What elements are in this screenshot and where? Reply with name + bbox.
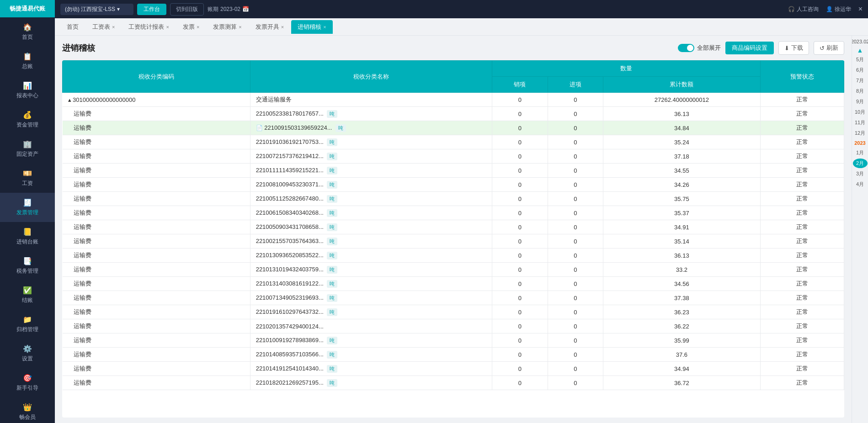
sidebar-item-salary[interactable]: 💴 工资 [0, 164, 55, 193]
table-row[interactable]: 运输费 2210182021269257195... 吨 0 0 36.72 正… [63, 376, 844, 390]
archive-icon: 📁 [23, 315, 32, 324]
table-row[interactable]: 运输费 2210071349052319693... 吨 0 0 37.38 正… [63, 291, 844, 305]
switch-version-btn[interactable]: 切到旧版 [170, 3, 204, 16]
table-row[interactable]: 运输费 2210141912541014340... 吨 0 0 34.94 正… [63, 362, 844, 376]
page-actions: 全部展开 商品编码设置 ⬇ 下载 ↺ 刷新 [678, 41, 844, 55]
panel-month-10[interactable]: 10月 [853, 107, 868, 117]
tab-close-icon[interactable]: × [239, 24, 241, 30]
sidebar-item-report[interactable]: 📊 报表中心 [0, 76, 55, 105]
scroll-up-btn[interactable]: ▲ [857, 47, 863, 54]
panel-month-1[interactable]: 1月 [853, 148, 868, 158]
sidebar-item-home[interactable]: 🏠 首页 [0, 17, 55, 47]
sidebar-item-sales-ledger[interactable]: 📒 进销台账 [0, 222, 55, 251]
calendar-icon[interactable]: 📅 [242, 6, 249, 12]
unit-badge: 吨 [327, 252, 337, 259]
refresh-btn[interactable]: ↺ 刷新 [814, 41, 844, 55]
table-row[interactable]: 运输费 2210021557035764363... 吨 0 0 35.14 正… [63, 234, 844, 249]
tab-close-icon[interactable]: × [166, 24, 169, 30]
support-btn[interactable]: 🎧 人工咨询 [788, 5, 819, 13]
row-sales: 0 [492, 277, 548, 291]
table-row[interactable]: 运输费 2210050903431708658... 吨 0 0 34.91 正… [63, 220, 844, 234]
table-row[interactable]: 运输费 📄 2210091503139659224... 吨 0 0 34.84… [63, 121, 844, 135]
unit-badge: 吨 [327, 238, 337, 245]
sidebar-item-invoice[interactable]: 🧾 发票管理 [0, 193, 55, 222]
table-row[interactable]: 运输费 2210130936520853522... 吨 0 0 36.13 正… [63, 249, 844, 263]
sidebar-item-tax[interactable]: 📑 税务管理 [0, 251, 55, 280]
sidebar-item-assets[interactable]: 🏢 固定资产 [0, 134, 55, 164]
tab-close-icon[interactable]: × [323, 24, 326, 30]
tab-invoice[interactable]: 发票 × [176, 20, 206, 34]
company-selector[interactable]: (勿动) 江西报宝-LSS ▾ [60, 4, 133, 15]
tab-salary-table[interactable]: 工资表 × [86, 20, 121, 34]
panel-month-4[interactable]: 4月 [853, 180, 868, 189]
sidebar-item-archive[interactable]: 📁 归档管理 [0, 310, 55, 339]
sidebar-item-label: 税务管理 [16, 267, 38, 275]
unit-badge: 吨 [335, 124, 346, 132]
tab-reconcile[interactable]: 进销稽核 × [291, 20, 332, 34]
table-row[interactable]: 运输费 2210131403081619122... 吨 0 0 34.56 正… [63, 277, 844, 291]
row-inv-code: 📄 2210091503139659224... 吨 [250, 121, 492, 135]
tab-close-icon[interactable]: × [197, 24, 199, 30]
sidebar-item-fund[interactable]: 💰 资金管理 [0, 105, 55, 134]
row-purchase: 0 [548, 107, 603, 121]
panel-month-7[interactable]: 7月 [853, 76, 868, 85]
table-row[interactable]: 运输费 2210100919278983869... 吨 0 0 35.99 正… [63, 333, 844, 348]
product-code-settings-btn[interactable]: 商品编码设置 [725, 42, 774, 54]
row-status: 正常 [760, 333, 844, 348]
row-status: 正常 [760, 107, 844, 121]
tab-salary-report[interactable]: 工资统计报表 × [122, 20, 175, 34]
row-sales: 0 [492, 121, 548, 135]
sidebar-item-ledger[interactable]: 📋 总账 [0, 47, 55, 76]
user-profile[interactable]: 👤 徐运华 [826, 5, 851, 13]
row-sales: 0 [492, 263, 548, 277]
row-status: 正常 [760, 135, 844, 149]
sidebar-item-guide[interactable]: 🎯 新手引导 [0, 368, 55, 397]
tax-icon: 📑 [23, 257, 32, 265]
row-purchase: 0 [548, 149, 603, 164]
row-name: 交通运输服务 [250, 93, 492, 107]
row-status: 正常 [760, 121, 844, 135]
panel-month-2-active[interactable]: 2月 [853, 159, 868, 168]
sidebar-item-vip[interactable]: 👑 畅会员 [0, 397, 55, 423]
row-status: 正常 [760, 249, 844, 263]
table-row[interactable]: 运输费 2210081009453230371... 吨 0 0 34.26 正… [63, 178, 844, 192]
panel-month-8[interactable]: 8月 [853, 86, 868, 96]
tab-close-icon[interactable]: × [281, 24, 284, 30]
table-row[interactable]: 运输费 2210052338178017657... 吨 0 0 36.13 正… [63, 107, 844, 121]
panel-month-6[interactable]: 6月 [853, 65, 868, 75]
home-icon: 🏠 [23, 23, 32, 32]
panel-month-11[interactable]: 11月 [853, 118, 868, 127]
row-inv-code: 2210111114359215221... 吨 [250, 164, 492, 178]
workspace-btn[interactable]: 工作台 [137, 4, 166, 15]
table-row[interactable]: 运输费 2210201357429400124... 0 0 36.22 正常 [63, 319, 844, 333]
row-purchase: 0 [548, 206, 603, 220]
expand-toggle[interactable] [678, 44, 694, 52]
table-row[interactable]: 运输费 2210131019432403759... 吨 0 0 33.2 正常 [63, 263, 844, 277]
download-btn[interactable]: ⬇ 下载 [778, 41, 809, 55]
tab-invoice-calc[interactable]: 发票测算 × [207, 20, 248, 34]
table-row[interactable]: 运输费 2210051125282667480... 吨 0 0 35.75 正… [63, 192, 844, 206]
close-btn[interactable]: × [858, 5, 863, 13]
panel-month-12[interactable]: 12月 [853, 128, 868, 138]
sidebar-item-closing[interactable]: ✅ 结账 [0, 280, 55, 310]
expand-toggle-group: 全部展开 [678, 44, 721, 52]
salary-icon: 💴 [23, 169, 32, 178]
table-row[interactable]: 运输费 2210072157376219412... 吨 0 0 37.18 正… [63, 149, 844, 164]
table-row[interactable]: 运输费 2210061508340340268... 吨 0 0 35.37 正… [63, 206, 844, 220]
panel-month-5[interactable]: 5月 [853, 55, 868, 64]
tab-invoice-issue[interactable]: 发票开具 × [249, 20, 290, 34]
panel-month-3[interactable]: 3月 [853, 169, 868, 179]
table-row[interactable]: ▴ 3010000000000000000 交通运输服务 0 0 27262.4… [63, 93, 844, 107]
sidebar-item-settings[interactable]: ⚙️ 设置 [0, 339, 55, 368]
tab-close-icon[interactable]: × [112, 24, 115, 30]
row-code: ▴ 3010000000000000000 [63, 93, 250, 107]
tab-home[interactable]: 首页 [60, 20, 85, 34]
table-row[interactable]: 运输费 2210140859357103566... 吨 0 0 37.6 正常 [63, 348, 844, 362]
panel-month-9[interactable]: 9月 [853, 97, 868, 106]
table-row[interactable]: 运输费 2210191610297643732... 吨 0 0 36.23 正… [63, 305, 844, 319]
table-row[interactable]: 运输费 2210191036192170753... 吨 0 0 35.24 正… [63, 135, 844, 149]
row-purchase: 0 [548, 121, 603, 135]
table-row[interactable]: 运输费 2210111114359215221... 吨 0 0 34.55 正… [63, 164, 844, 178]
row-cumulative: 34.26 [603, 178, 761, 192]
row-sales: 0 [492, 362, 548, 376]
